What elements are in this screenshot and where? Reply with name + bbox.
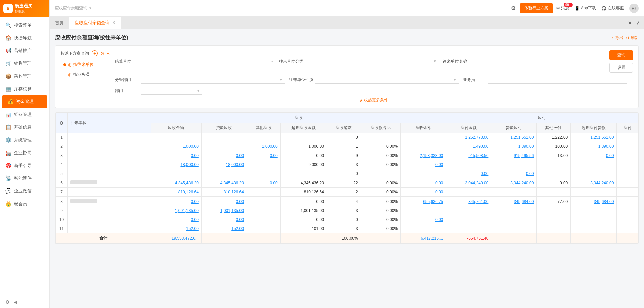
settlement-unit-dots[interactable]: ··· [270, 58, 275, 64]
sidebar-item-basic-info[interactable]: 📋 基础信息 [0, 121, 49, 134]
setting-button[interactable]: 设置 [609, 63, 633, 73]
dept-manager-select[interactable]: ▼ [141, 76, 285, 84]
sidebar-item-label: 企业微信 [14, 188, 32, 194]
sidebar-item-label: 搜索菜单 [14, 22, 32, 28]
filter-collapse-icon[interactable]: « [107, 51, 110, 56]
filter-group-unit-category: 往来单位分类 ▼ [279, 58, 439, 65]
table-row: 64,345,436.204,345,436.200.004,345,436.2… [56, 178, 638, 188]
sidebar-item-sales[interactable]: 🛒 销售管理 [0, 57, 49, 70]
sidebar-item-operations[interactable]: 📊 经营管理 [0, 108, 49, 121]
tab-maximize-icon[interactable]: ⤢ [636, 20, 640, 26]
sidebar-item-purchase[interactable]: 📦 采购管理 [0, 70, 49, 83]
filter-scheme-label: 按以下方案查询 [61, 51, 89, 56]
app-download-button[interactable]: 📱 App下载 [575, 5, 596, 11]
filter-group-dept: 分管部门 ▼ [115, 76, 285, 84]
sidebar-item-finance[interactable]: 💰 资金管理 [2, 95, 47, 108]
collapse-label: 收起更多条件 [364, 97, 388, 103]
export-label: 导出 [615, 35, 623, 41]
filter-nav-by-unit[interactable]: ◎ 按往来单位 [61, 60, 110, 69]
col-ar-other: 其他应收 [247, 123, 280, 133]
tab-ar-query[interactable]: 应收应付余额查询 ✕ [69, 17, 121, 29]
page-content: 应收应付余额查询(按往来单位) ↑ 导出 ↺ 刷新 [50, 29, 644, 308]
tab-home[interactable]: 首页 [50, 17, 69, 29]
settlement-unit-input[interactable] [141, 58, 268, 65]
col-ar-loan: 贷款应收 [201, 123, 247, 133]
sidebar-item-smart-hw[interactable]: 📡 智能硬件 [0, 172, 49, 185]
filter-add-button[interactable]: + [92, 50, 98, 56]
tab-close-icon[interactable]: ✕ [112, 20, 115, 25]
col-ar-count: 应收笔数 [327, 123, 361, 133]
topbar-gear-icon[interactable]: ⚙ [511, 5, 516, 11]
filter-collapse-button[interactable]: ∧ 收起更多条件 [115, 97, 633, 103]
filter-scheme-icon[interactable]: ⊙ [100, 51, 104, 56]
unit-category-label: 往来单位分类 [279, 59, 303, 64]
topbar-actions: ⚙ 体验行业方案 [511, 3, 553, 13]
footer-ar-total[interactable]: 19,553,472,6... [151, 233, 202, 244]
dept-manager-arrow: ▼ [279, 77, 283, 82]
warehouse-icon: 🏢 [5, 86, 11, 92]
tab-close-window-icon[interactable]: ✕ [628, 20, 632, 26]
col-group-ar-header: 应收 [151, 113, 446, 123]
tab-bar: 首页 应收应付余额查询 ✕ ✕ ⤢ [50, 17, 644, 29]
sidebar-item-member[interactable]: 👑 畅会员 [0, 197, 49, 210]
filter-nav: ◎ 按往来单位 ◎ 按业务员 [61, 60, 110, 79]
chat-icon: 💬 [5, 188, 11, 194]
unit-nature-label: 往来单位性质 [289, 77, 313, 83]
filter-nav-staff-label: 按业务员 [73, 72, 90, 77]
collapse-icon: ∧ [360, 98, 363, 103]
sidebar-item-inventory[interactable]: 🏢 库存核算 [0, 83, 49, 95]
user-menu[interactable]: Rit [629, 4, 639, 13]
refresh-icon: ↺ [626, 36, 629, 40]
filter-group-salesperson: 业务员 ··· [463, 76, 633, 84]
sidebar-item-label: 库存核算 [14, 86, 32, 92]
sidebar-item-enterprise[interactable]: 🏣 企业协同 [0, 146, 49, 159]
col-unit-header: 往来单位 [68, 113, 151, 133]
filter-nav-by-staff[interactable]: ◎ 按业务员 [61, 70, 110, 79]
salesperson-dots[interactable]: ··· [629, 77, 633, 83]
chart-icon: 📊 [5, 112, 11, 118]
col-ar-overdue: 超期应收金额 [280, 123, 327, 133]
table-row: 11152.00152.00101.0030.00% [56, 224, 638, 233]
avatar: Rit [629, 4, 639, 13]
page-title: 应收应付余额查询(按往来单位) [55, 34, 128, 41]
refresh-button[interactable]: ↺ 刷新 [626, 35, 639, 41]
sidebar-item-search[interactable]: 🔍 搜索菜单 [0, 19, 49, 32]
industry-plan-button[interactable]: 体验行业方案 [520, 3, 553, 13]
table-row: 21,000.001,000.001,000.0010.00%1,490.001… [56, 142, 638, 151]
online-service-button[interactable]: 🎧 在线客服 [601, 5, 624, 11]
unit-name-input[interactable] [469, 58, 603, 65]
settlement-unit-label: 结算单位 [115, 59, 139, 64]
dept-select[interactable]: ▼ [141, 87, 202, 95]
table-footer: 合计 19,553,472,6... 100.00% 6,417,215....… [56, 233, 638, 244]
table-settings-icon[interactable]: ⚙ [59, 120, 64, 126]
export-button[interactable]: ↑ 导出 [612, 35, 623, 41]
sidebar-item-label: 系统管理 [14, 137, 32, 143]
col-ap-overdue: 超期应付贷款 [571, 123, 617, 133]
app-logo: 6 畅捷通买 标准版 [0, 0, 49, 17]
filter-group-dept2: 部门 ▼ [115, 87, 202, 95]
table-row: 91,001,135.001,001,135.001,001,135.0030.… [56, 206, 638, 215]
col-ap-remain: 应付 [617, 123, 638, 133]
unit-category-select[interactable]: ▼ [305, 58, 439, 65]
footer-ar-prepay[interactable]: 6,417,215.... [401, 233, 446, 244]
sidebar-item-system[interactable]: ⚙️ 系统管理 [0, 134, 49, 146]
collapse-sidebar-icon[interactable]: ◀‖ [14, 299, 20, 305]
table-row: 101,252,773.001,251,551.001,222.001,251,… [56, 133, 638, 142]
logo-text: 畅捷通买 [15, 3, 32, 9]
sidebar-item-quick-nav[interactable]: 🏠 快捷导航 [0, 32, 49, 44]
settings-bottom-icon[interactable]: ⚙ [5, 299, 10, 305]
main-area: 应收应付余额查询 ▼ ⚙ 体验行业方案 ✉ 消息 99+ 📱 App下载 🎧 [50, 0, 644, 308]
unit-nature-select[interactable]: ▼ [315, 76, 459, 84]
sidebar-item-marketing[interactable]: 📢 营销推广 [0, 44, 49, 57]
col-ap-loan: 贷款应付 [491, 123, 537, 133]
building-icon: 🏣 [5, 150, 11, 156]
sidebar-item-wx[interactable]: 💬 企业微信 [0, 185, 49, 197]
salesperson-input[interactable] [488, 76, 626, 84]
unit-name-label: 往来单位名称 [443, 59, 467, 64]
device-icon: 📡 [5, 175, 11, 181]
message-button[interactable]: ✉ 消息 99+ [556, 5, 569, 11]
sidebar-item-label: 经营管理 [14, 112, 32, 118]
page-actions: ↑ 导出 ↺ 刷新 [612, 35, 639, 41]
sidebar-item-guide[interactable]: 🎯 新手引导 [0, 159, 49, 172]
query-button[interactable]: 查询 [609, 50, 633, 60]
